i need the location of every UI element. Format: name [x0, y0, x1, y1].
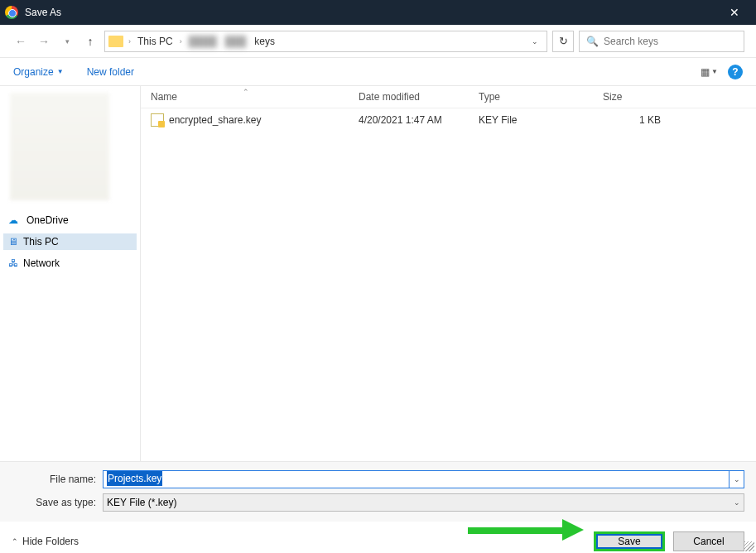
save-form: File name: Projects.key ⌄ Save as type: … — [0, 461, 756, 522]
onedrive-icon: ☁ — [8, 214, 22, 226]
breadcrumb-root[interactable]: This PC — [136, 36, 175, 47]
sidebar-item-label: Network — [23, 257, 60, 269]
cancel-button[interactable]: Cancel — [673, 531, 744, 551]
pc-icon: 🖥 — [8, 236, 18, 248]
savetype-label: Save as type: — [12, 497, 103, 508]
folder-icon — [108, 36, 123, 47]
view-options-button[interactable]: ▦ ▼ — [701, 66, 718, 78]
sort-indicator-icon: ⌃ — [243, 88, 249, 96]
breadcrumb-hidden: ███ — [224, 36, 248, 47]
footer: ⌃ Hide Folders Save Cancel — [0, 522, 756, 553]
chevron-down-icon: ▼ — [711, 68, 718, 75]
sidebar-item-label: OneDrive — [26, 214, 69, 226]
column-name[interactable]: ⌃Name — [147, 91, 359, 103]
resize-grip[interactable] — [744, 541, 754, 551]
column-type[interactable]: Type — [479, 91, 603, 103]
chevron-right-icon: › — [128, 37, 131, 46]
file-date: 4/20/2021 1:47 AM — [359, 114, 479, 126]
breadcrumb-hidden: ████ — [187, 36, 219, 47]
sidebar-item-onedrive[interactable]: ☁ OneDrive — [3, 212, 137, 228]
chevron-down-icon: ⌄ — [734, 498, 740, 507]
main-area: ☁ OneDrive 🖥 This PC 🖧 Network ⌃Name Dat… — [0, 86, 756, 461]
sidebar-item-network[interactable]: 🖧 Network — [3, 255, 137, 272]
chrome-icon — [5, 6, 18, 19]
filename-value: Projects.key — [107, 471, 162, 486]
search-input[interactable]: 🔍 Search keys — [579, 31, 744, 52]
file-row[interactable]: encrypted_share.key 4/20/2021 1:47 AM KE… — [141, 108, 756, 132]
column-size[interactable]: Size — [603, 91, 686, 103]
chevron-down-icon[interactable]: ⌄ — [527, 37, 543, 46]
key-file-icon — [151, 113, 164, 127]
filename-input[interactable]: Projects.key — [103, 470, 730, 488]
chevron-right-icon: › — [180, 37, 182, 46]
help-button[interactable]: ? — [728, 65, 743, 79]
address-bar[interactable]: › This PC › ████ ███ keys ⌄ — [104, 31, 547, 52]
close-icon[interactable]: ✕ — [718, 6, 751, 19]
search-placeholder: Search keys — [604, 36, 658, 47]
window-title: Save As — [25, 7, 718, 18]
column-headers: ⌃Name Date modified Type Size — [141, 86, 756, 108]
savetype-select[interactable]: KEY File (*.key) ⌄ — [103, 493, 744, 512]
back-button[interactable]: ← — [12, 32, 30, 50]
chevron-up-icon: ⌃ — [12, 537, 18, 546]
savetype-value: KEY File (*.key) — [107, 497, 176, 508]
search-icon: 🔍 — [586, 36, 599, 47]
file-name: encrypted_share.key — [169, 114, 261, 126]
new-folder-button[interactable]: New folder — [87, 66, 134, 78]
filename-dropdown[interactable]: ⌄ — [730, 470, 744, 488]
chevron-down-icon: ▼ — [57, 68, 64, 75]
network-icon: 🖧 — [8, 257, 18, 269]
forward-button[interactable]: → — [35, 32, 53, 50]
toolbar: Organize ▼ New folder ▦ ▼ ? — [0, 58, 756, 86]
title-bar: Save As ✕ — [0, 0, 756, 25]
refresh-button[interactable]: ↻ — [552, 31, 574, 52]
file-type: KEY File — [479, 114, 603, 126]
file-list: ⌃Name Date modified Type Size encrypted_… — [141, 86, 756, 461]
sidebar: ☁ OneDrive 🖥 This PC 🖧 Network — [0, 86, 141, 461]
up-button[interactable]: ↑ — [81, 32, 99, 50]
hide-folders-button[interactable]: ⌃ Hide Folders — [12, 536, 79, 547]
column-date[interactable]: Date modified — [359, 91, 479, 103]
view-icon: ▦ — [701, 66, 709, 78]
sidebar-hidden-items — [10, 93, 109, 200]
sidebar-item-thispc[interactable]: 🖥 This PC — [3, 233, 137, 250]
sidebar-item-label: This PC — [23, 236, 59, 248]
save-button[interactable]: Save — [594, 531, 665, 551]
filename-label: File name: — [12, 474, 103, 485]
nav-bar: ← → ▾ ↑ › This PC › ████ ███ keys ⌄ ↻ 🔍 … — [0, 25, 756, 58]
breadcrumb-current[interactable]: keys — [253, 36, 277, 47]
organize-button[interactable]: Organize ▼ — [13, 66, 64, 78]
chevron-down-icon[interactable]: ▾ — [58, 32, 76, 50]
file-size: 1 KB — [603, 114, 686, 126]
